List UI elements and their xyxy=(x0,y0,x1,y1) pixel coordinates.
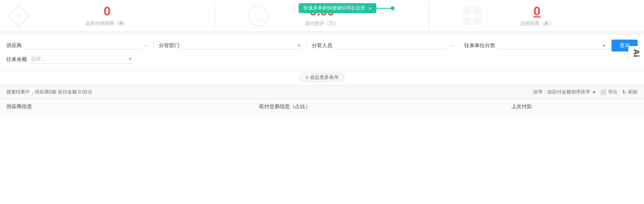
filter-divider-1 xyxy=(154,42,154,50)
unit-category-select[interactable]: ▾ xyxy=(497,42,607,50)
supplier-label: 供应商 xyxy=(6,42,22,49)
sort-label: 排序：按应付会额倒序排序 xyxy=(533,89,590,95)
filter-row-2: 往来余额 选择... ▾ xyxy=(6,55,638,64)
table-header: 供应商信息 应付交易信息（占比） 上次付款 xyxy=(0,99,644,114)
export-label: 导出 xyxy=(608,89,617,95)
result-actions: 排序：按应付会额倒序排序 ▾ ⬜ 导出 ↻ 刷新 xyxy=(533,89,638,95)
filter-group-balance: 往来余额 选择... ▾ xyxy=(6,55,133,64)
result-bar: 搜索结果中，供应商0家 应付金额 0.00元 排序：按应付会额倒序排序 ▾ ⬜ … xyxy=(0,86,644,99)
filter-group-supplier: 供应商 ··· xyxy=(6,42,149,50)
person-input[interactable] xyxy=(335,42,447,50)
collapse-button[interactable]: ∧ 收起更多条件 xyxy=(299,73,345,82)
refresh-button[interactable]: ↻ 刷新 xyxy=(622,89,638,95)
balance-chevron-icon: ▾ xyxy=(129,56,131,62)
refresh-icon: ↻ xyxy=(622,89,627,95)
supplier-dots-btn[interactable]: ··· xyxy=(144,42,149,49)
total-suppliers-label: 总供应商（家） xyxy=(520,20,554,27)
stats-bar: ¥ 0 总应付供应商（家） 快速录单的快捷键说明在这里 × 0.00 应付合计（… xyxy=(0,0,644,32)
balance-placeholder: 选择... xyxy=(31,55,129,63)
ai-panel[interactable]: Ai xyxy=(628,46,644,60)
export-icon: ⬜ xyxy=(600,89,606,95)
department-label: 分管部门 xyxy=(159,42,179,49)
filter-bar: 供应商 ··· 分管部门 ▾ 分管人员 ··· 往来单位分类 ▾ xyxy=(0,35,644,71)
person-dots-btn[interactable]: ··· xyxy=(449,42,454,49)
filter-group-unit-category: 往来单位分类 ▾ xyxy=(464,42,607,50)
filter-group-person: 分管人员 ··· xyxy=(312,42,454,50)
table-col-payable-info: 应付交易信息（占比） xyxy=(259,103,512,110)
table-col-supplier-info: 供应商信息 xyxy=(6,103,259,110)
svg-rect-7 xyxy=(474,7,482,15)
svg-text:¥: ¥ xyxy=(17,13,21,19)
tooltip-text: 快速录单的快捷键说明在这里 xyxy=(303,5,365,11)
stat-payable-total: 快速录单的快捷键说明在这里 × 0.00 应付合计（万） xyxy=(215,0,430,31)
sort-chevron-icon: ▾ xyxy=(593,90,595,95)
department-chevron-icon: ▾ xyxy=(298,43,300,48)
person-label: 分管人员 xyxy=(312,42,332,49)
balance-select[interactable]: 选择... ▾ xyxy=(29,55,133,64)
total-suppliers-value: 0 xyxy=(533,4,541,18)
refresh-label: 刷新 xyxy=(628,89,638,95)
filter-group-department: 分管部门 ▾ xyxy=(159,42,301,50)
unit-category-label: 往来单位分类 xyxy=(464,42,495,49)
svg-rect-8 xyxy=(463,17,471,25)
svg-rect-9 xyxy=(474,17,482,25)
table-body xyxy=(0,114,644,204)
filter-divider-2 xyxy=(307,42,307,50)
svg-rect-6 xyxy=(463,7,471,15)
stat-total-suppliers: 0 总供应商（家） xyxy=(430,0,644,31)
filter-row-1: 供应商 ··· 分管部门 ▾ 分管人员 ··· 往来单位分类 ▾ xyxy=(6,40,638,51)
collapse-bar: ∧ 收起更多条件 xyxy=(0,71,644,86)
tooltip-bar: 快速录单的快捷键说明在这里 × xyxy=(299,3,376,13)
piggy-icon xyxy=(247,5,269,27)
balance-label: 往来余额 xyxy=(6,56,27,63)
tooltip-dot xyxy=(391,6,394,10)
collapse-label: 收起更多条件 xyxy=(310,74,339,81)
payable-total-label: 应付合计（万） xyxy=(305,20,339,27)
svg-point-3 xyxy=(254,13,256,15)
unit-category-chevron-icon: ▾ xyxy=(603,43,605,48)
tooltip-close-btn[interactable]: × xyxy=(368,6,372,11)
payable-suppliers-value: 0 xyxy=(103,4,111,18)
stat-payable-suppliers: ¥ 0 总应付供应商（家） xyxy=(0,0,215,31)
grid-icon-bg xyxy=(462,6,482,26)
filter-divider-3 xyxy=(459,42,459,50)
ai-panel-label: Ai xyxy=(632,49,641,57)
department-select[interactable]: ▾ xyxy=(182,42,301,50)
export-button[interactable]: ⬜ 导出 xyxy=(600,89,617,95)
payable-suppliers-label: 总应付供应商（家） xyxy=(86,20,128,27)
sort-select[interactable]: 排序：按应付会额倒序排序 ▾ xyxy=(533,89,595,95)
result-summary: 搜索结果中，供应商0家 应付金额 0.00元 xyxy=(6,89,92,95)
collapse-up-icon: ∧ xyxy=(305,75,309,80)
supplier-input[interactable] xyxy=(24,42,141,50)
table-col-last-payment: 上次付款 xyxy=(511,103,638,110)
